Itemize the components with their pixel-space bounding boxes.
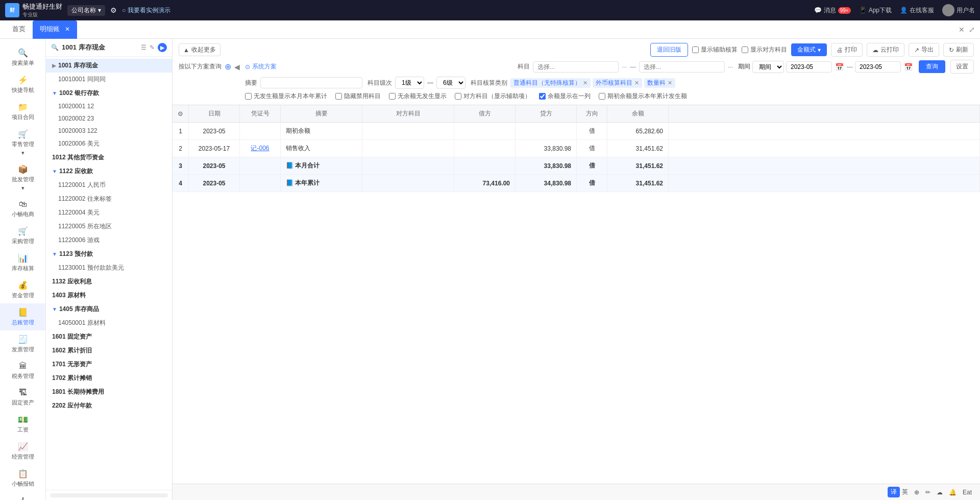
account-tree-icon2[interactable]: ✎ — [150, 44, 155, 51]
subject-input[interactable] — [533, 61, 619, 73]
sidebar-item-invoice[interactable]: 🧾 发票管理 — [0, 330, 45, 358]
sidebar-item-management[interactable]: 📈 经营管理 — [0, 438, 45, 465]
sidebar-item-ledger[interactable]: 📒 总账管理 — [0, 303, 45, 330]
expand-filter-btn[interactable]: ▲ 收起更多 — [179, 43, 220, 56]
tree-item-1702[interactable]: 1702 累计摊销 — [46, 371, 172, 385]
tree-item-11220004[interactable]: 11220004 美元 — [46, 206, 172, 220]
tree-item-1602[interactable]: 1602 累计折旧 — [46, 344, 172, 358]
no-opening-checkbox[interactable] — [599, 93, 605, 100]
contra-check-checkbox[interactable] — [455, 93, 461, 100]
tree-item-1122[interactable]: ▼ 1122 应收款 — [46, 164, 172, 178]
sidebar-item-tax[interactable]: 🏛 税务管理 — [0, 358, 45, 384]
balance-one-col-checkbox[interactable] — [539, 93, 546, 100]
user-area[interactable]: 用户名 — [942, 4, 975, 16]
export-btn[interactable]: ↗ 导出 — [909, 43, 939, 57]
query-btn[interactable]: 查询 — [919, 60, 945, 73]
tree-item-10020001[interactable]: 10020001 12 — [46, 100, 172, 112]
hide-disabled-check[interactable]: 隐藏禁用科目 — [335, 92, 381, 101]
sidebar-item-wholesale[interactable]: 📦 批发管理 ▾ — [0, 160, 45, 196]
summary-input[interactable] — [260, 77, 362, 88]
sidebar-item-basic[interactable]: ℹ 基础信息 — [0, 492, 45, 500]
tree-item-1801[interactable]: 1801 长期待摊费用 — [46, 385, 172, 399]
tree-item-1002[interactable]: ▼ 1002 银行存款 — [46, 86, 172, 100]
style-btn[interactable]: 金额式 ▾ — [791, 43, 827, 56]
scheme-settings-icon[interactable]: ⊕ — [225, 62, 231, 72]
tree-item-11230001[interactable]: 11230001 预付款款美元 — [46, 261, 172, 275]
bottom-eat-btn[interactable]: Eat — [963, 489, 972, 496]
account-nav-arrow[interactable]: ▶ — [158, 43, 167, 52]
refresh-btn[interactable]: ↻ 刷新 — [943, 43, 974, 57]
sidebar-item-fund[interactable]: 💰 资金管理 — [0, 276, 45, 303]
contra-checkbox[interactable] — [742, 46, 748, 53]
period-end-cal-btn[interactable]: 📅 — [903, 63, 914, 71]
online-service-btn[interactable]: 👤 在线客服 — [900, 6, 934, 15]
tree-item-11220006[interactable]: 11220006 游戏 — [46, 233, 172, 247]
show-auxiliary-check[interactable]: 显示辅助核算 — [692, 45, 738, 54]
tree-item-1405[interactable]: ▼ 1405 库存商品 — [46, 302, 172, 316]
tree-item-1123[interactable]: ▼ 1123 预付款 — [46, 247, 172, 261]
tree-item-11220005[interactable]: 11220005 所在地区 — [46, 220, 172, 233]
period-start-cal-btn[interactable]: 📅 — [834, 63, 845, 71]
no-balance2-checkbox[interactable] — [389, 93, 396, 100]
no-opening-check[interactable]: 期初余额显示本年累计发生额 — [599, 92, 687, 101]
tree-toggle-1001[interactable]: ▶ — [52, 63, 56, 68]
tab-home[interactable]: 首页 — [5, 20, 33, 39]
message-btn[interactable]: 💬 消息 99+ — [814, 6, 851, 15]
tree-toggle-1123[interactable]: ▼ — [52, 251, 57, 257]
tree-item-1012[interactable]: 1012 其他货币资金 — [46, 151, 172, 164]
bottom-bell-btn[interactable]: 🔔 — [949, 489, 957, 496]
cloud-print-btn[interactable]: ☁ 云打印 — [867, 43, 904, 57]
tab-close-icon[interactable]: ✕ — [65, 26, 70, 33]
tree-item-10020002[interactable]: 10020002 23 — [46, 112, 172, 125]
no-balance-check[interactable]: 无发生额显示本月本年累计 — [245, 92, 327, 101]
horizontal-scrollbar[interactable] — [50, 493, 168, 497]
subject-more-icon[interactable]: ··· — [622, 63, 627, 70]
no-balance2-check[interactable]: 无余额无发生显示 — [389, 92, 447, 101]
subject-more-icon2[interactable]: ··· — [728, 63, 733, 70]
sidebar-item-search[interactable]: 🔍 搜索菜单 — [0, 44, 45, 71]
bottom-translate-btn[interactable]: 译 英 — [888, 487, 908, 497]
return-old-btn[interactable]: 退回旧版 — [650, 43, 688, 57]
settings-btn[interactable]: 设置 — [950, 60, 974, 74]
tree-toggle-1002[interactable]: ▼ — [52, 90, 57, 96]
tree-item-10010001[interactable]: 10010001 同同同 — [46, 73, 172, 86]
tag-normal-close[interactable]: ✕ — [583, 80, 587, 86]
demo-link[interactable]: ○ 我要看实例演示 — [122, 6, 170, 15]
voucher-link[interactable]: 记-006 — [251, 145, 269, 152]
scheme-collapse-icon[interactable]: ◀ — [234, 63, 240, 71]
sidebar-item-quick-nav[interactable]: ⚡ 快捷导航 — [0, 71, 45, 98]
tree-item-10020003[interactable]: 10020003 122 — [46, 125, 172, 137]
settings-icon[interactable]: ⚙ — [110, 6, 117, 14]
tree-item-1403[interactable]: 1403 原材料 — [46, 289, 172, 302]
period-type-select[interactable]: 期间 — [752, 61, 784, 73]
hide-disabled-checkbox[interactable] — [335, 93, 342, 100]
tree-item-1001[interactable]: ▶ 1001 库存现金 — [46, 59, 172, 73]
tab-maximize-btn[interactable]: ⤢ — [969, 26, 975, 34]
balance-one-col-check[interactable]: 余额显示在一列 — [539, 92, 591, 101]
tree-item-1132[interactable]: 1132 应收利息 — [46, 275, 172, 289]
tree-item-1601[interactable]: 1601 固定资产 — [46, 330, 172, 344]
tree-toggle-1405[interactable]: ▼ — [52, 306, 57, 312]
tag-quantity-close[interactable]: ✕ — [668, 80, 672, 86]
col-gear[interactable]: ⚙ — [173, 105, 189, 123]
subject-input2[interactable] — [639, 61, 725, 73]
contra-check[interactable]: 对方科目（显示辅助项） — [455, 92, 531, 101]
tab-ledger[interactable]: 明细账 ✕ — [33, 20, 77, 39]
sidebar-item-inventory[interactable]: 📊 库存核算 — [0, 249, 45, 276]
sidebar-item-expense[interactable]: 📋 小畅报销 — [0, 465, 45, 492]
level-start-select[interactable]: 1级2级3级 — [395, 77, 424, 89]
app-download-btn[interactable]: 📱 App下载 — [859, 6, 892, 15]
tree-item-1701[interactable]: 1701 无形资产 — [46, 358, 172, 371]
sidebar-item-purchase[interactable]: 🛒 采购管理 — [0, 222, 45, 249]
tree-item-14050001[interactable]: 14050001 原材料 — [46, 316, 172, 330]
row2-voucher[interactable]: 记-006 — [240, 140, 281, 157]
sidebar-item-ecommerce[interactable]: 🛍 小畅电商 — [0, 196, 45, 222]
bottom-edit-btn[interactable]: ✏ — [925, 489, 930, 496]
period-end-input[interactable] — [855, 61, 901, 73]
tag-foreign-close[interactable]: ✕ — [634, 80, 639, 86]
auxiliary-checkbox[interactable] — [692, 46, 699, 53]
sidebar-item-project[interactable]: 📁 项目合同 — [0, 98, 45, 125]
tree-toggle-1122[interactable]: ▼ — [52, 169, 57, 174]
tree-item-2202[interactable]: 2202 应付年款 — [46, 399, 172, 413]
period-start-input[interactable] — [786, 61, 832, 73]
